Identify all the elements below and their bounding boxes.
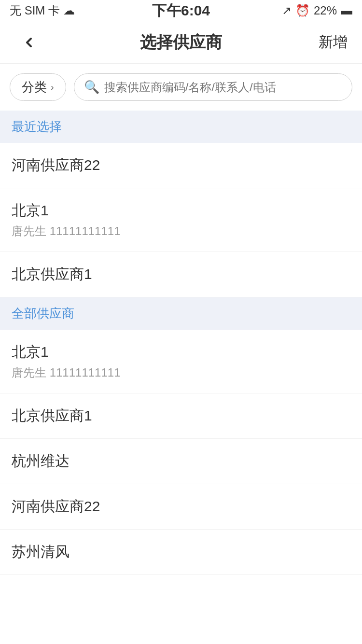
supplier-name: 河南供应商22: [12, 155, 350, 175]
list-item[interactable]: 苏州清风: [0, 530, 362, 575]
all-section-header: 全部供应商: [0, 297, 362, 330]
supplier-name: 北京1: [12, 201, 350, 221]
nav-bar: 选择供应商 新增: [0, 21, 362, 64]
list-item[interactable]: 北京1唐先生 11111111111: [0, 330, 362, 393]
list-item[interactable]: 河南供应商22: [0, 143, 362, 188]
category-label: 分类: [22, 79, 47, 96]
supplier-contact: 唐先生 11111111111: [12, 365, 350, 380]
list-item[interactable]: 北京1唐先生 11111111111: [0, 188, 362, 252]
recent-section-header: 最近选择: [0, 111, 362, 143]
status-right: ↗ ⏰ 22% ▬: [282, 4, 352, 17]
back-icon: [21, 35, 37, 50]
list-item[interactable]: 北京供应商1: [0, 393, 362, 439]
search-icon: 🔍: [84, 80, 99, 95]
page-title: 选择供应商: [140, 31, 222, 54]
alarm-icon: ⏰: [295, 4, 310, 17]
recent-list: 河南供应商22北京1唐先生 11111111111北京供应商1: [0, 143, 362, 297]
status-time: 下午6:04: [152, 1, 210, 21]
list-item[interactable]: 河南供应商22: [0, 484, 362, 530]
list-item[interactable]: 北京供应商1: [0, 252, 362, 297]
supplier-name: 杭州维达: [12, 451, 350, 471]
status-left: 无 SIM 卡 ☁: [10, 3, 75, 18]
supplier-name: 北京1: [12, 342, 350, 362]
location-icon: ↗: [282, 4, 292, 17]
filter-area: 分类 › 🔍: [0, 64, 362, 111]
category-button[interactable]: 分类 ›: [10, 73, 66, 101]
supplier-name: 苏州清风: [12, 542, 350, 562]
back-button[interactable]: [14, 28, 43, 57]
search-input[interactable]: [104, 81, 342, 94]
sim-status: 无 SIM 卡 ☁: [10, 3, 75, 18]
supplier-contact: 唐先生 11111111111: [12, 224, 350, 239]
supplier-name: 河南供应商22: [12, 497, 350, 517]
all-list: 北京1唐先生 11111111111北京供应商1杭州维达河南供应商22苏州清风: [0, 330, 362, 575]
supplier-name: 北京供应商1: [12, 406, 350, 426]
search-box: 🔍: [74, 73, 352, 101]
battery-status: 22%: [314, 4, 337, 17]
battery-icon: ▬: [341, 4, 352, 17]
add-button[interactable]: 新增: [319, 32, 348, 52]
list-item[interactable]: 杭州维达: [0, 439, 362, 484]
status-bar: 无 SIM 卡 ☁ 下午6:04 ↗ ⏰ 22% ▬: [0, 0, 362, 21]
chevron-right-icon: ›: [51, 82, 54, 93]
supplier-name: 北京供应商1: [12, 265, 350, 284]
